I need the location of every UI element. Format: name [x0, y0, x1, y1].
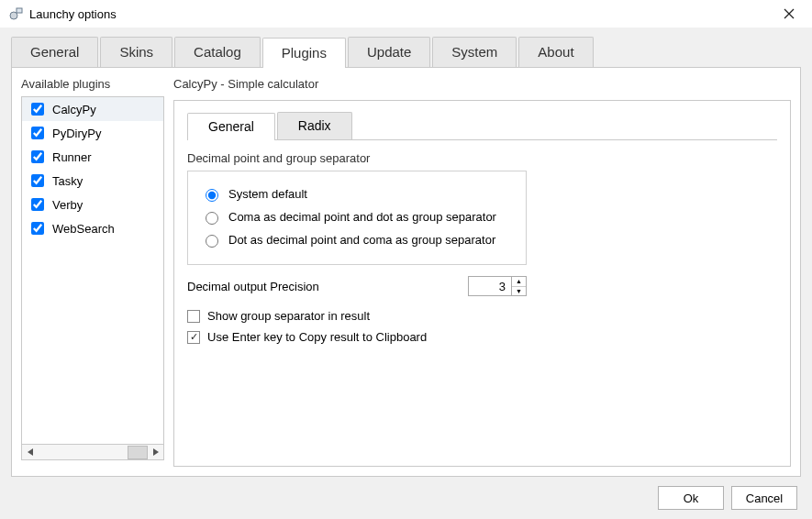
tab-update[interactable]: Update	[348, 37, 430, 67]
tab-general[interactable]: General	[11, 37, 98, 67]
window-title: Launchy options	[29, 7, 770, 21]
subtab-radix[interactable]: Radix	[277, 112, 352, 139]
plugin-list-scrollbar[interactable]	[21, 445, 164, 460]
radio-input[interactable]	[206, 235, 218, 248]
radio-label: System default	[228, 187, 307, 201]
spin-down-button[interactable]: ▼	[512, 287, 526, 296]
app-icon	[7, 6, 24, 22]
checkbox-box[interactable]	[187, 331, 200, 344]
tab-about[interactable]: About	[518, 37, 593, 67]
plugin-row[interactable]: Tasky	[22, 169, 163, 193]
precision-label: Decimal output Precision	[187, 280, 319, 293]
radio-label: Coma as decimal point and dot as group s…	[228, 210, 496, 224]
radio-input[interactable]	[206, 212, 218, 225]
ok-button[interactable]: Ok	[658, 486, 724, 510]
close-button[interactable]	[770, 1, 808, 27]
svg-marker-5	[153, 448, 159, 456]
scroll-left-button[interactable]	[22, 446, 38, 459]
plugin-row[interactable]: WebSearch	[22, 216, 163, 240]
tab-system[interactable]: System	[432, 37, 517, 67]
main-tabs: General Skins Catalog Plugins Update Sys…	[11, 37, 801, 68]
plugin-name: Verby	[52, 198, 83, 212]
radio-dot-decimal[interactable]: Dot as decimal point and coma as group s…	[201, 228, 513, 251]
scroll-thumb[interactable]	[128, 446, 148, 459]
scroll-track[interactable]	[38, 446, 148, 459]
plugin-detail-title: CalcyPy - Simple calculator	[173, 77, 791, 91]
scroll-right-button[interactable]	[148, 446, 163, 459]
radio-input[interactable]	[206, 189, 218, 202]
plugin-checkbox[interactable]	[31, 103, 44, 116]
plugin-row[interactable]: PyDiryPy	[22, 121, 163, 145]
plugin-list[interactable]: CalcyPy PyDiryPy Runner Tasky Verby	[21, 96, 164, 445]
enter-copy-checkbox[interactable]: Use Enter key to Copy result to Clipboar…	[187, 326, 777, 348]
plugin-name: Runner	[52, 150, 92, 164]
checkbox-box[interactable]	[187, 310, 200, 323]
plugin-checkbox[interactable]	[31, 127, 44, 139]
plugin-name: CalcyPy	[52, 103, 96, 116]
available-plugins-label: Available plugins	[21, 77, 164, 91]
plugin-checkbox[interactable]	[31, 222, 44, 235]
radio-label: Dot as decimal point and coma as group s…	[228, 233, 495, 247]
radio-system-default[interactable]: System default	[201, 182, 513, 205]
svg-marker-4	[28, 448, 33, 456]
plugin-name: PyDiryPy	[52, 127, 101, 140]
separator-group-label: Decimal point and group separator	[187, 151, 777, 165]
precision-input[interactable]	[469, 277, 511, 295]
titlebar: Launchy options	[0, 0, 812, 28]
checkbox-label: Use Enter key to Copy result to Clipboar…	[207, 330, 427, 344]
plugin-row[interactable]: CalcyPy	[22, 97, 163, 121]
plugin-row[interactable]: Verby	[22, 193, 163, 216]
triangle-right-icon	[153, 448, 159, 456]
svg-rect-1	[17, 8, 22, 13]
precision-spinner[interactable]: ▲ ▼	[468, 276, 527, 296]
show-group-separator-checkbox[interactable]: Show group separator in result	[187, 305, 777, 326]
plugin-checkbox[interactable]	[31, 150, 44, 163]
plugin-name: WebSearch	[52, 222, 115, 236]
plugin-subtabs: General Radix	[187, 112, 777, 140]
plugin-name: Tasky	[52, 174, 83, 188]
tab-plugins[interactable]: Plugins	[262, 38, 346, 68]
tab-catalog[interactable]: Catalog	[174, 37, 261, 67]
tab-skins[interactable]: Skins	[100, 37, 172, 67]
separator-group: System default Coma as decimal point and…	[187, 171, 527, 265]
spin-up-button[interactable]: ▲	[512, 277, 526, 287]
plugin-checkbox[interactable]	[31, 198, 44, 211]
cancel-button[interactable]: Cancel	[731, 486, 797, 510]
subtab-general[interactable]: General	[187, 113, 275, 140]
triangle-left-icon	[28, 448, 33, 456]
checkbox-label: Show group separator in result	[207, 309, 370, 323]
close-icon	[784, 8, 795, 19]
plugin-checkbox[interactable]	[31, 174, 44, 187]
radio-coma-decimal[interactable]: Coma as decimal point and dot as group s…	[201, 205, 513, 228]
plugin-row[interactable]: Runner	[22, 145, 163, 169]
